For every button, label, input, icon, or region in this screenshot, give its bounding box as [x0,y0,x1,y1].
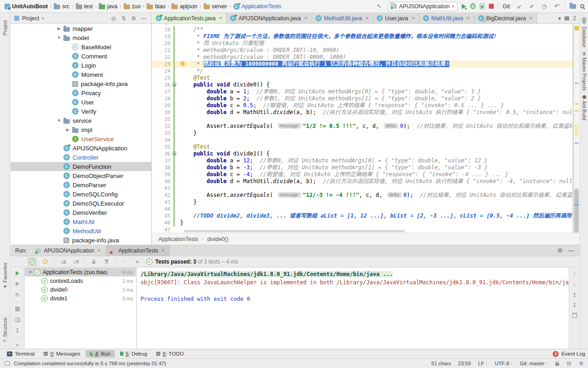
panel-settings-icon[interactable]: ⚙ [130,15,137,22]
hide-panel-icon[interactable]: — [140,15,147,22]
toggle-auto-test-icon[interactable]: ↻ [13,291,22,299]
horizontal-scrollbar[interactable] [184,230,405,232]
prev-failed-test-icon[interactable]: ↑ [573,270,576,277]
status-widget-utf-8[interactable]: UTF-8↕ [495,361,513,366]
tool-stripe-ant[interactable]: Ant Build [582,95,587,120]
project-tree-item[interactable]: CDemoSQLConfig [11,190,151,199]
close-tab-icon[interactable]: ✕ [529,16,533,21]
status-widget-git-master[interactable]: Git: master↕ [520,361,548,366]
tool-stripe-favorites[interactable]: ★Favorites [2,263,8,289]
search-everywhere-icon[interactable] [580,4,584,8]
tab-list-icon[interactable] [565,18,569,19]
git-history-icon[interactable]: ◷ [540,2,548,11]
stop-button[interactable] [489,4,494,9]
status-widget-23-59[interactable]: 23:59 [458,361,471,366]
previous-occurrence-icon[interactable]: ↑ [120,258,129,266]
chevron-down-icon[interactable]: ▾ [42,16,44,21]
import-tests-icon[interactable]: ↧ [13,327,22,334]
toolwindow-button-terminal[interactable]: >Terminal [3,350,39,357]
git-update-icon[interactable]: ↙ [515,2,524,11]
project-tree-item[interactable]: ≡package-info.java [11,79,151,88]
project-tree-item[interactable]: ≡package-info.java [11,236,151,245]
project-tree-item[interactable]: CDemoVerifier [11,208,151,217]
run-test-gutter-icon[interactable] [172,151,176,155]
expand-all-icon[interactable]: ⇊ [90,258,98,266]
breadcrumb-item[interactable]: java [98,3,118,10]
project-tree-item[interactable]: CDemoObjectParser [11,171,151,180]
run-test-gutter-icon[interactable] [172,82,176,86]
git-rollback-icon[interactable]: ↶ [553,2,561,11]
project-tree-item[interactable]: CDemoSQLExecutor [11,199,151,208]
tree-arrow-icon[interactable]: ▶ [63,127,72,132]
tool-stripe-maven[interactable]: mMaven Projects [582,52,587,91]
test-tree-item[interactable]: ✓divide10 ms [25,294,136,303]
run-button[interactable] [462,4,466,9]
project-tree-item[interactable]: CLogin [11,61,151,70]
project-tree-item[interactable]: CDemoParser [11,180,151,190]
project-tree-item[interactable]: CMoment [11,70,151,79]
run-configuration-selector[interactable]: APIJSONApplication ▾ [388,2,458,11]
vertical-scrollbar[interactable] [574,189,579,233]
tree-arrow-icon[interactable]: ▶ [55,26,63,31]
show-ignored-icon[interactable] [41,258,49,266]
breadcrumb-item[interactable]: server [203,3,228,10]
project-tree-item[interactable]: ▼model [11,33,151,42]
navigate-back-icon[interactable]: ↖ [375,2,384,11]
scroll-to-end-icon[interactable]: ↧ [572,302,577,309]
tree-arrow-icon[interactable]: ▼ [55,35,63,40]
tree-arrow-icon[interactable]: ▼ [27,270,34,275]
run-console[interactable]: /Library/Java/JavaVirtualMachines/jdk1.8… [136,268,569,349]
project-tree-item[interactable]: CComment [11,52,151,61]
settings-help-icon[interactable]: ⚙ [579,361,583,367]
scroll-to-top-icon[interactable]: ↥ [572,292,577,298]
run-panel-minimize-icon[interactable]: — [568,247,574,254]
project-tree-item[interactable]: CVerify [11,107,151,116]
breadcrumb-item[interactable]: test [75,3,94,10]
project-tree-item[interactable]: ▶impl [11,125,151,134]
locate-file-icon[interactable]: ◎ [110,15,117,22]
project-tree-item[interactable]: CDemoFunction [11,162,151,171]
code-editor[interactable]: 1718 /**19 * FIXME 为了测试一个方法，参数值的范围往往很大，多… [152,24,572,233]
toolwindow-button-5-debug[interactable]: 5: Debug [116,350,152,357]
breadcrumb-item[interactable]: CApplicationTests [232,3,283,10]
project-tree-item[interactable]: CController [11,153,151,162]
project-tree-item[interactable]: CMethodUtil [11,226,151,236]
run-with-coverage-button[interactable] [480,3,485,9]
toggle-toolwindows-icon[interactable] [5,361,10,366]
status-widget-lf[interactable]: LF↕ [478,361,487,366]
collapse-all-icon[interactable]: ⇅ [120,15,127,22]
close-tab-icon[interactable]: ✕ [97,248,101,253]
tab-list-chevron-icon[interactable]: ▾ [558,15,561,22]
status-widget-51-chars[interactable]: 51 chars [431,361,451,366]
rerun-icon[interactable] [13,270,22,277]
intention-bulb-icon[interactable] [181,62,185,66]
test-tree-item[interactable]: ▼✓ApplicationTests (zuo.biao.4 ms [25,268,136,276]
project-tree-item[interactable]: CPrivacy [11,88,151,98]
editor-tab[interactable]: CMathUtil.java✕ [419,13,475,23]
editor-tab[interactable]: CAPIJSONApplication.java✕ [226,13,312,23]
sort-alphabetically-icon[interactable]: ↓a [59,258,67,266]
project-tree-item[interactable]: IUserService [11,134,151,144]
close-tab-icon[interactable]: ✕ [304,16,308,21]
test-tree-item[interactable]: ✓contextLoads2 ms [25,276,136,285]
editor-tab[interactable]: CUser.java✕ [373,13,419,23]
event-log-button[interactable]: Event Log [561,351,585,356]
collapse-all-icon[interactable]: ⇈ [102,258,111,266]
breadcrumb-item[interactable]: UnitAutoBoot [4,3,49,10]
close-tab-icon[interactable]: ✕ [161,248,165,253]
project-structure-icon[interactable] [570,4,576,9]
more-options-icon[interactable]: » [133,258,141,266]
breadcrumb-item[interactable]: biao [146,3,166,10]
project-tree-item[interactable]: CMathUtil [11,217,151,226]
hector-inspections-icon[interactable] [566,361,571,366]
show-passed-icon[interactable]: ✓ [28,258,36,266]
project-tree-item[interactable]: CAPIJSONApplication [11,144,151,153]
close-tab-icon[interactable]: ✕ [466,16,470,21]
screenshot-icon[interactable] [13,316,22,323]
show-options-icon[interactable]: » [13,341,22,349]
tool-stripe-structure[interactable]: 7: Structure [2,317,8,342]
breadcrumb-item[interactable]: src [53,3,70,10]
editor-tab[interactable]: CBigDecimal.java✕ [475,13,537,23]
next-failed-test-icon[interactable]: ↓ [573,281,576,288]
editor-tab[interactable]: CApplicationTests.java✕ [152,13,226,23]
